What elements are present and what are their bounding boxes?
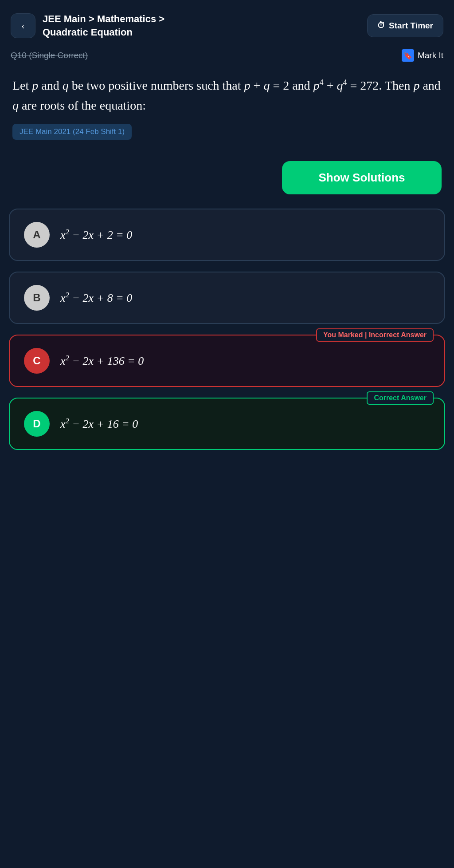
header-left: ‹ JEE Main > Mathematics >Quadratic Equa… xyxy=(11,12,164,39)
timer-icon: ⏱ xyxy=(377,21,385,30)
option-b-circle: B xyxy=(24,285,50,311)
mark-it-label: Mark It xyxy=(418,51,443,60)
option-a-formula: x2 − 2x + 2 = 0 xyxy=(60,228,132,242)
question-meta: Q10 (Single Correct) 🔖 Mark It xyxy=(0,46,454,69)
options-area: A x2 − 2x + 2 = 0 B x2 − 2x + 8 = 0 You … xyxy=(0,209,454,461)
back-arrow-icon: ‹ xyxy=(21,21,24,31)
option-a-circle: A xyxy=(24,222,50,248)
option-d-circle: D xyxy=(24,411,50,437)
option-b-formula: x2 − 2x + 8 = 0 xyxy=(60,291,132,305)
start-timer-label: Start Timer xyxy=(389,21,433,31)
question-text: Let p and q be two positive numbers such… xyxy=(12,76,442,116)
option-a[interactable]: A x2 − 2x + 2 = 0 xyxy=(9,209,445,261)
page-header: ‹ JEE Main > Mathematics >Quadratic Equa… xyxy=(0,0,454,46)
option-b[interactable]: B x2 − 2x + 8 = 0 xyxy=(9,272,445,324)
incorrect-answer-badge: You Marked | Incorrect Answer xyxy=(316,328,434,342)
correct-answer-badge: Correct Answer xyxy=(367,391,434,405)
source-tag: JEE Main 2021 (24 Feb Shift 1) xyxy=(12,124,132,140)
option-c-circle: C xyxy=(24,348,50,374)
show-solutions-area: Show Solutions xyxy=(0,161,454,209)
question-content: Let p and q be two positive numbers such… xyxy=(0,69,454,161)
show-solutions-button[interactable]: Show Solutions xyxy=(282,161,442,194)
option-c[interactable]: You Marked | Incorrect Answer C x2 − 2x … xyxy=(9,335,445,387)
option-c-formula: x2 − 2x + 136 = 0 xyxy=(60,354,144,368)
option-d-formula: x2 − 2x + 16 = 0 xyxy=(60,417,138,431)
back-button[interactable]: ‹ xyxy=(11,13,35,38)
start-timer-button[interactable]: ⏱ Start Timer xyxy=(367,14,443,37)
mark-it-button[interactable]: 🔖 Mark It xyxy=(402,49,443,62)
option-d[interactable]: Correct Answer D x2 − 2x + 16 = 0 xyxy=(9,398,445,450)
bookmark-icon: 🔖 xyxy=(402,49,414,62)
breadcrumb: JEE Main > Mathematics >Quadratic Equati… xyxy=(43,12,164,39)
question-number: Q10 (Single Correct) xyxy=(11,51,88,60)
